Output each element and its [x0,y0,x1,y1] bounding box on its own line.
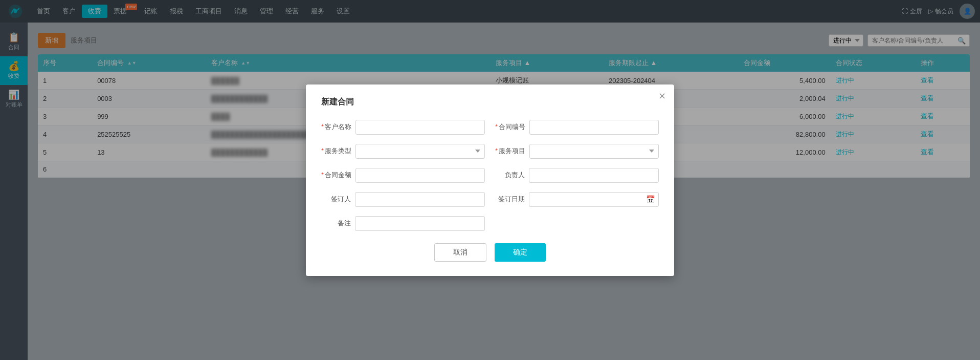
sign-date-label: 签订日期 [495,195,525,204]
responsible-person-input[interactable] [529,168,659,183]
cancel-button[interactable]: 取消 [434,243,486,262]
responsible-person-label: 负责人 [495,171,525,180]
customer-name-label: *客户名称 [321,122,351,132]
form-group-service-item: *服务项目 [495,144,659,159]
contract-amount-label: *合同金额 [321,171,351,180]
confirm-button[interactable]: 确定 [495,243,546,262]
form-row-3: *合同金额 0.00 负责人 [321,168,659,183]
calendar-icon[interactable]: 📅 [646,195,655,203]
form-group-sign-date: 签订日期 2023-06-06 📅 [495,192,659,207]
contract-no-input[interactable] [529,120,659,135]
service-item-label: *服务项目 [495,146,525,156]
form-row-2: *服务类型 *服务项目 [321,144,659,159]
form-group-amount: *合同金额 0.00 [321,168,485,183]
form-group-customer: *客户名称 [321,120,485,135]
form-group-contract-no: *合同编号 [495,120,659,135]
service-item-select[interactable] [529,144,659,159]
service-type-label: *服务类型 [321,146,351,156]
modal-footer: 取消 确定 [321,243,659,262]
customer-name-input[interactable] [355,120,485,135]
modal-overlay[interactable]: 新建合同 ✕ *客户名称 *合同编号 *服务类型 [0,0,980,360]
sign-date-input[interactable]: 2023-06-06 [529,192,659,207]
service-item-select-wrap [529,144,659,159]
form-row-4: 签订人 签订日期 2023-06-06 📅 [321,192,659,207]
form-row-1: *客户名称 *合同编号 [321,120,659,135]
contract-amount-input[interactable]: 0.00 [355,168,485,183]
signer-input[interactable] [355,192,485,207]
remark-input[interactable] [355,216,485,231]
signer-label: 签订人 [321,195,351,204]
sign-date-wrap: 2023-06-06 📅 [529,192,659,207]
form-row-5: 备注 [321,216,659,231]
new-contract-modal: 新建合同 ✕ *客户名称 *合同编号 *服务类型 [306,84,674,276]
service-type-select-wrap [355,144,485,159]
form-group-responsible: 负责人 [495,168,659,183]
contract-no-label: *合同编号 [495,122,525,132]
form-group-signer: 签订人 [321,192,485,207]
remark-label: 备注 [321,219,351,228]
modal-title: 新建合同 [321,97,659,108]
form-group-remark: 备注 [321,216,485,231]
modal-close-button[interactable]: ✕ [658,92,666,101]
service-type-select[interactable] [355,144,485,159]
form-group-service-type: *服务类型 [321,144,485,159]
